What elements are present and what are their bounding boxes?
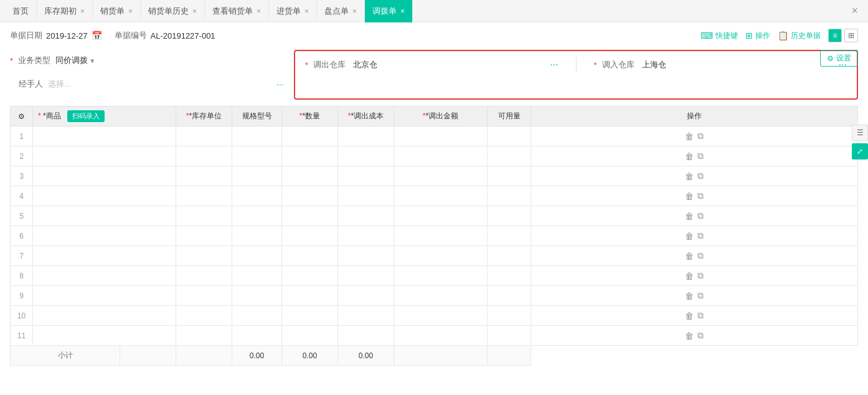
row-cost[interactable] — [338, 146, 394, 166]
scan-btn[interactable]: 扫码录入 — [67, 110, 105, 122]
row-qty[interactable] — [282, 166, 338, 186]
copy-icon[interactable]: ⧉ — [697, 330, 704, 341]
row-unit[interactable] — [176, 226, 232, 246]
list-view-btn[interactable]: ≡ — [828, 29, 842, 42]
row-available[interactable] — [488, 126, 531, 146]
row-goods[interactable] — [33, 246, 176, 266]
row-spec[interactable] — [232, 226, 282, 246]
row-cost[interactable] — [338, 306, 394, 326]
tab-close-transfer-order[interactable]: × — [400, 7, 405, 16]
row-cost[interactable] — [338, 286, 394, 306]
tab-close-inventory-init[interactable]: × — [80, 7, 85, 16]
delete-icon[interactable]: 🗑 — [685, 151, 694, 161]
row-available[interactable] — [488, 186, 531, 206]
row-available[interactable] — [488, 286, 531, 306]
row-available[interactable] — [488, 326, 531, 346]
row-cost[interactable] — [338, 246, 394, 266]
sidebar-expand-icon[interactable]: ⤢ — [852, 143, 868, 159]
row-qty[interactable] — [282, 126, 338, 146]
row-unit[interactable] — [176, 326, 232, 346]
row-available[interactable] — [488, 166, 531, 186]
tab-view-sales[interactable]: 查看销货单 × — [205, 0, 269, 22]
row-cost[interactable] — [338, 266, 394, 286]
th-gear[interactable]: ⚙ — [11, 107, 33, 126]
row-available[interactable] — [488, 226, 531, 246]
row-cost[interactable] — [338, 186, 394, 206]
row-qty[interactable] — [282, 226, 338, 246]
row-amount[interactable] — [394, 126, 488, 146]
copy-icon[interactable]: ⧉ — [697, 171, 704, 181]
tab-inventory-init[interactable]: 库存期初 × — [37, 0, 93, 22]
row-spec[interactable] — [232, 286, 282, 306]
row-unit[interactable] — [176, 166, 232, 186]
row-goods[interactable] — [33, 306, 176, 326]
copy-icon[interactable]: ⧉ — [697, 191, 704, 201]
row-goods[interactable] — [33, 266, 176, 286]
row-unit[interactable] — [176, 146, 232, 166]
tab-close-sales-order[interactable]: × — [128, 7, 133, 16]
row-spec[interactable] — [232, 326, 282, 346]
row-goods[interactable] — [33, 226, 176, 246]
tab-close-purchase-order[interactable]: × — [304, 7, 309, 16]
copy-icon[interactable]: ⧉ — [697, 250, 704, 261]
delete-icon[interactable]: 🗑 — [685, 231, 694, 241]
window-close-btn[interactable]: × — [851, 4, 858, 17]
warehouse-out-more-btn[interactable]: ··· — [550, 59, 558, 70]
calendar-icon[interactable]: 📅 — [92, 31, 102, 40]
delete-icon[interactable]: 🗑 — [685, 271, 694, 281]
row-goods[interactable] — [33, 286, 176, 306]
tab-sales-order[interactable]: 销货单 × — [93, 0, 141, 22]
row-spec[interactable] — [232, 166, 282, 186]
tab-inventory-check[interactable]: 盘点单 × — [317, 0, 365, 22]
row-amount[interactable] — [394, 146, 488, 166]
delete-icon[interactable]: 🗑 — [685, 191, 694, 201]
tab-purchase-order[interactable]: 进货单 × — [269, 0, 317, 22]
delete-icon[interactable]: 🗑 — [685, 171, 694, 181]
delete-icon[interactable]: 🗑 — [685, 131, 694, 141]
row-qty[interactable] — [282, 326, 338, 346]
row-qty[interactable] — [282, 246, 338, 266]
row-unit[interactable] — [176, 246, 232, 266]
row-goods[interactable] — [33, 166, 176, 186]
row-unit[interactable] — [176, 186, 232, 206]
row-amount[interactable] — [394, 166, 488, 186]
row-amount[interactable] — [394, 246, 488, 266]
row-spec[interactable] — [232, 146, 282, 166]
row-goods[interactable] — [33, 326, 176, 346]
sidebar-list-icon[interactable]: ☰ — [852, 125, 868, 141]
tab-close-sales-history[interactable]: × — [192, 7, 197, 16]
row-unit[interactable] — [176, 306, 232, 326]
row-amount[interactable] — [394, 206, 488, 226]
row-spec[interactable] — [232, 126, 282, 146]
row-unit[interactable] — [176, 206, 232, 226]
shortcut-action[interactable]: ⌨ 快捷键 — [701, 31, 738, 41]
row-amount[interactable] — [394, 186, 488, 206]
settings-btn[interactable]: ⚙ 设置 — [820, 50, 858, 67]
row-spec[interactable] — [232, 306, 282, 326]
delete-icon[interactable]: 🗑 — [685, 211, 694, 221]
delete-icon[interactable]: 🗑 — [685, 311, 694, 321]
row-spec[interactable] — [232, 206, 282, 226]
row-unit[interactable] — [176, 266, 232, 286]
row-spec[interactable] — [232, 266, 282, 286]
row-qty[interactable] — [282, 266, 338, 286]
row-goods[interactable] — [33, 206, 176, 226]
row-spec[interactable] — [232, 246, 282, 266]
tab-home[interactable]: 首页 — [5, 0, 37, 22]
row-cost[interactable] — [338, 226, 394, 246]
delete-icon[interactable]: 🗑 — [685, 251, 694, 261]
row-unit[interactable] — [176, 286, 232, 306]
row-available[interactable] — [488, 146, 531, 166]
row-qty[interactable] — [282, 286, 338, 306]
row-cost[interactable] — [338, 166, 394, 186]
delete-icon[interactable]: 🗑 — [685, 291, 694, 301]
row-cost[interactable] — [338, 206, 394, 226]
row-available[interactable] — [488, 306, 531, 326]
handler-placeholder[interactable]: 选择... — [48, 79, 71, 90]
history-action[interactable]: 📋 历史单据 — [778, 31, 821, 41]
business-type-select[interactable]: 同价调拨 ▾ — [55, 55, 95, 66]
row-spec[interactable] — [232, 186, 282, 206]
copy-icon[interactable]: ⧉ — [697, 131, 704, 141]
row-available[interactable] — [488, 246, 531, 266]
row-unit[interactable] — [176, 126, 232, 146]
